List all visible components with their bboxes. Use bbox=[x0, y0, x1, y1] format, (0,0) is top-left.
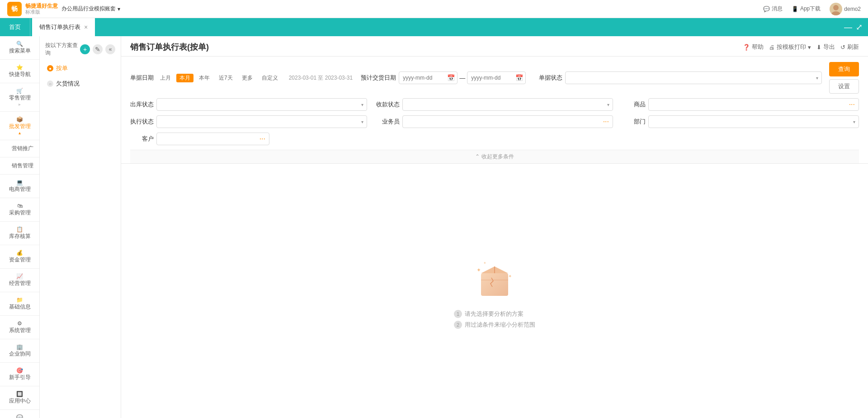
date-tab-last-month[interactable]: 上月 bbox=[156, 73, 175, 83]
empty-tips: 1 请先选择要分析的方案 2 用过滤条件来缩小分析范围 bbox=[454, 310, 535, 329]
scheme-edit-btn[interactable]: ✎ bbox=[93, 44, 103, 54]
department-select[interactable] bbox=[648, 115, 859, 128]
execution-select-wrap bbox=[156, 115, 367, 128]
scheme-item-order[interactable]: ● 按单 bbox=[40, 61, 121, 76]
tab-actions: — ⤢ bbox=[844, 23, 868, 31]
expected-date-cell: 预计交货日期 📅 — 📅 bbox=[360, 71, 532, 84]
tip-num-2: 2 bbox=[454, 321, 462, 329]
sidebar-item-finance[interactable]: 💰 资金管理 bbox=[0, 245, 39, 269]
download-icon: 📱 bbox=[792, 6, 798, 12]
sidebar-item-basic[interactable]: 📁 基础信息 bbox=[0, 292, 39, 316]
filter-row-3: 执行状态 业务员 ··· bbox=[130, 115, 859, 128]
sidebar-item-appstore[interactable]: 🔲 应用中心 bbox=[0, 386, 39, 410]
app-download-btn[interactable]: 📱 App下载 bbox=[792, 5, 821, 13]
sidebar-item-wholesale[interactable]: 📦 批发管理 ▴ bbox=[0, 112, 39, 140]
export-btn[interactable]: ⬇ 导出 bbox=[816, 43, 835, 51]
salesman-input[interactable] bbox=[406, 119, 603, 125]
enterprise-icon: 🏢 bbox=[0, 344, 39, 350]
expected-date-label: 预计交货日期 bbox=[360, 74, 396, 82]
sidebar-item-newbie[interactable]: 🎯 新手引导 bbox=[0, 363, 39, 386]
scheme-panel-title: 按以下方案查询 bbox=[45, 42, 80, 57]
expected-date-inputs: 📅 — 📅 bbox=[399, 71, 532, 84]
empty-illustration: ✦ ✦ ✦ bbox=[470, 253, 519, 303]
customer-dots-btn[interactable]: ··· bbox=[259, 135, 265, 143]
sidebar-item-search[interactable]: 🔍 搜索菜单 bbox=[0, 36, 39, 60]
tip-num-1: 1 bbox=[454, 310, 462, 318]
delivery-select[interactable] bbox=[156, 98, 367, 111]
scheme-item-debt[interactable]: ○ 欠货情况 bbox=[40, 76, 121, 91]
user-name: demo2 bbox=[844, 6, 861, 12]
app-name: 畅捷通好生意 bbox=[25, 3, 58, 9]
export-icon: ⬇ bbox=[816, 44, 821, 51]
tab-maximize-btn[interactable]: ⤢ bbox=[856, 23, 863, 31]
svg-point-0 bbox=[833, 5, 839, 10]
tab-minimize-btn[interactable]: — bbox=[844, 23, 852, 31]
account-selector[interactable]: 办公用品行业模拟账套 ▾ bbox=[61, 5, 120, 13]
chevron-up-icon: ▴ bbox=[0, 130, 39, 135]
date-tab-more[interactable]: 更多 bbox=[238, 73, 256, 83]
page-title: 销售订单执行表(按单) bbox=[130, 42, 209, 52]
purchase-icon: 🛍 bbox=[0, 203, 39, 209]
sidebar-item-shortcut[interactable]: ⭐ 快捷导航 bbox=[0, 60, 39, 83]
scheme-collapse-btn[interactable]: « bbox=[105, 44, 115, 54]
scheme-panel-actions: + ✎ « bbox=[80, 44, 115, 54]
sidebar-item-ecommerce[interactable]: 💻 电商管理 bbox=[0, 175, 39, 198]
sidebar-item-operations[interactable]: 📈 经营管理 bbox=[0, 269, 39, 292]
search-button[interactable]: 查询 bbox=[829, 62, 859, 76]
chevron-down-icon: ▾ bbox=[118, 6, 120, 12]
product-dots-btn[interactable]: ··· bbox=[849, 100, 855, 109]
scheme-panel-header: 按以下方案查询 + ✎ « bbox=[40, 42, 121, 61]
empty-state: ✦ ✦ ✦ 1 请先选择要分析的方案 2 用过滤条件来缩小分析范围 bbox=[454, 253, 535, 329]
status-label: 单据状态 bbox=[539, 74, 562, 82]
date-tab-this-month[interactable]: 本月 bbox=[176, 74, 193, 82]
customer-input-wrapper: ··· bbox=[156, 133, 269, 145]
scheme-add-btn[interactable]: + bbox=[80, 44, 90, 54]
execution-select[interactable] bbox=[156, 115, 367, 128]
sidebar-item-retail[interactable]: 🛒 零售管理 ▸ bbox=[0, 83, 39, 112]
salesman-input-wrapper: ··· bbox=[402, 115, 613, 128]
inventory-icon: 📋 bbox=[0, 226, 39, 233]
date-tab-custom[interactable]: 自定义 bbox=[258, 73, 282, 83]
sidebar-item-purchase[interactable]: 🛍 采购管理 bbox=[0, 198, 39, 222]
wechat-icon: 💬 bbox=[0, 414, 39, 418]
delivery-label: 出库状态 bbox=[130, 100, 154, 109]
print-icon: 🖨 bbox=[769, 44, 775, 51]
product-input[interactable] bbox=[652, 101, 849, 108]
top-bar: 畅 畅捷通好生意 标准版 办公用品行业模拟账套 ▾ 💬 消息 📱 App下载 d… bbox=[0, 0, 868, 18]
svg-point-1 bbox=[831, 11, 840, 15]
sidebar-item-wechat[interactable]: 💬 企业微信 bbox=[0, 410, 39, 418]
delivery-select-wrap bbox=[156, 98, 367, 111]
settings-button[interactable]: 设置 bbox=[829, 79, 859, 94]
sidebar-item-sales[interactable]: 销售管理 bbox=[0, 157, 39, 175]
payment-select[interactable] bbox=[402, 98, 613, 111]
tab-bar: 首页 销售订单执行表 × — ⤢ bbox=[0, 18, 868, 36]
shortcut-icon: ⭐ bbox=[0, 64, 39, 71]
status-select[interactable] bbox=[565, 71, 822, 84]
print-btn[interactable]: 🖨 按模板打印 ▾ bbox=[769, 43, 811, 51]
sidebar: 🔍 搜索菜单 ⭐ 快捷导航 🛒 零售管理 ▸ 📦 批发管理 ▴ 营销推广 销售管… bbox=[0, 36, 40, 418]
date-tab-7days[interactable]: 近7天 bbox=[215, 73, 236, 83]
tab-sales-order[interactable]: 销售订单执行表 × bbox=[32, 18, 95, 36]
system-icon: ⚙ bbox=[0, 320, 39, 327]
sidebar-item-inventory[interactable]: 📋 库存核算 bbox=[0, 222, 39, 245]
filter-row-4: 客户 ··· bbox=[130, 133, 859, 145]
collapse-bar[interactable]: ⌃ 收起更多条件 bbox=[130, 150, 859, 163]
message-btn[interactable]: 💬 消息 bbox=[763, 5, 783, 13]
scheme-dot-order: ● bbox=[47, 65, 53, 71]
date-tab-this-year[interactable]: 本年 bbox=[195, 73, 213, 83]
newbie-icon: 🎯 bbox=[0, 367, 39, 374]
tab-close-icon[interactable]: × bbox=[84, 24, 88, 31]
help-btn[interactable]: ❓ 帮助 bbox=[743, 43, 764, 51]
sidebar-item-marketing[interactable]: 营销推广 bbox=[0, 140, 39, 157]
sidebar-item-system[interactable]: ⚙ 系统管理 bbox=[0, 316, 39, 339]
tab-home[interactable]: 首页 bbox=[0, 18, 30, 36]
filter-row-1: 单据日期 上月 本月 本年 近7天 更多 自定义 2023-03-01 至 20… bbox=[130, 62, 859, 94]
user-profile[interactable]: demo2 bbox=[830, 3, 861, 15]
salesman-dots-btn[interactable]: ··· bbox=[603, 118, 609, 126]
customer-input[interactable] bbox=[160, 136, 259, 142]
chevron-right-icon: ▸ bbox=[0, 102, 39, 107]
sidebar-item-enterprise[interactable]: 🏢 企业协同 bbox=[0, 339, 39, 363]
refresh-btn[interactable]: ↺ 刷新 bbox=[840, 43, 859, 51]
app-subtitle: 标准版 bbox=[25, 9, 58, 15]
status-cell: 单据状态 bbox=[539, 71, 822, 84]
